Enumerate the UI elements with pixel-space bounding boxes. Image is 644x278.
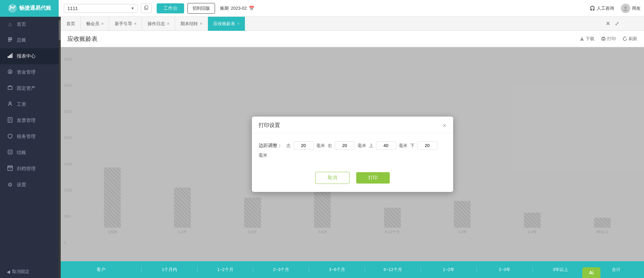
svg-rect-20 [602,39,604,40]
sidebar-item-invoice[interactable]: 发票管理 [0,113,59,129]
tab-ar-aging[interactable]: 应收账龄表 × [208,17,245,31]
tab-log-close[interactable]: × [167,22,169,26]
tab-close-button[interactable]: ✕ [604,19,611,28]
svg-point-1 [9,5,11,7]
svg-rect-11 [12,53,12,58]
headphone-icon: 🎧 [590,6,595,11]
right-unit: 毫米 [358,143,366,149]
svg-point-14 [9,102,11,104]
bottom-unit: 毫米 [259,152,267,158]
svg-rect-3 [145,6,148,9]
tab-maximize-button[interactable]: ⤢ [613,19,621,28]
chevron-down-icon: ▾ [131,6,134,11]
period-value: 2023-02 [231,6,247,11]
sidebar-item-label: 设置 [17,182,26,188]
svg-point-0 [8,4,17,13]
footer-label: 取消固定 [12,269,30,275]
tab-period-end-close[interactable]: × [200,22,202,26]
sidebar-item-label: 税务管理 [17,134,36,140]
cancel-button[interactable]: 取消 [315,172,350,184]
archive-icon [7,165,13,172]
consult-button[interactable]: 🎧 人工咨询 [590,5,614,11]
switch-version-button[interactable]: 切到旧版 [187,3,215,14]
workbench-button[interactable]: 工作台 [157,3,184,13]
tab-log[interactable]: 操作日志 × [142,17,175,31]
left-margin-input[interactable] [293,141,314,150]
right-area: 🎧 人工咨询 用友 [590,4,641,13]
top-unit: 毫米 [399,143,408,149]
modal-overlay: 打印设置 × 边距调整： 左 毫米 右 毫米 上 [61,47,644,261]
table-col-6-12m: 6~12个月 [365,267,421,273]
print-action-button[interactable]: 打印 [601,36,616,42]
page-actions: 下载 打印 刷新 [580,36,637,42]
tab-member[interactable]: 畅会员 × [81,17,109,31]
sidebar-item-reports[interactable]: 报表中心 [0,48,59,64]
tab-period-end[interactable]: 期末结转 × [175,17,208,31]
svg-rect-13 [8,86,12,89]
table-col-customer: 客户 [61,267,142,273]
consult-label: 人工咨询 [597,5,614,11]
period-label: 账期 [220,5,229,11]
sidebar-item-closing[interactable]: 结账 [0,145,59,161]
sidebar-item-assets[interactable]: 固定资产 [0,80,59,96]
tab-home[interactable]: 首页 [61,17,81,31]
sidebar-item-home[interactable]: ⌂ 首页 [0,17,59,32]
bottom-label: 下 [410,143,415,149]
table-col-2-3y: 2~3年 [477,267,533,273]
print-icon [601,37,606,41]
top-margin-input[interactable] [376,141,396,150]
page-header: 应收账龄表 下载 打印 刷新 [61,31,644,47]
top-bar: 畅捷通易代账 1111 ▾ 工作台 切到旧版 账期 2023-02 📅 🎧 人工… [0,0,644,17]
bottom-table-header: 客户 1个月内 1~2个月 2~3个月 3~6个月 6~12个月 1~2年 2~… [61,261,644,278]
company-selector[interactable]: 1111 ▾ [64,4,138,13]
tab-guide[interactable]: 新手引导 × [109,17,142,31]
company-name: 1111 [67,6,129,11]
tab-member-close[interactable]: × [101,22,104,26]
assets-icon [7,85,13,92]
confirm-print-button[interactable]: 打印 [356,172,390,184]
pin-icon: ◀ [7,269,10,274]
sidebar-item-ledger[interactable]: 总账 [0,32,59,48]
calendar-icon[interactable]: 📅 [249,6,254,11]
main-layout: ⌂ 首页 总账 报表中心 资金管理 固定资产 [0,17,644,278]
sidebar-item-label: 发票管理 [17,118,36,124]
bottom-margin-input[interactable] [417,141,437,150]
sidebar-item-archive[interactable]: 归档管理 [0,161,59,177]
chart-container: 2500 2500 2500 2000 1500 1000 500 0 1月内 [61,47,644,261]
table-col-2-3m: 2~3个月 [253,267,309,273]
invoice-icon [7,117,13,124]
dialog-close-button[interactable]: × [443,123,446,129]
refresh-icon [623,37,627,41]
tax-icon [7,133,13,140]
content-area: 首页 畅会员 × 新手引导 × 操作日志 × 期末结转 × 应收账龄表 × [61,17,644,278]
sidebar-item-label: 工资 [17,101,26,108]
sidebar-item-label: 固定资产 [17,85,36,91]
sidebar-item-salary[interactable]: 工资 [0,96,59,113]
page-title: 应收账龄表 [67,35,98,43]
sidebar-item-settings[interactable]: ⚙ 设置 [0,177,59,193]
user-area[interactable]: 用友 [621,4,641,13]
tab-guide-close[interactable]: × [134,22,137,26]
right-label: 右 [328,143,332,149]
copy-button[interactable] [141,3,152,13]
sidebar-footer[interactable]: ◀ 取消固定 [0,265,59,278]
tab-guide-label: 新手引导 [115,21,132,27]
period-area: 账期 2023-02 📅 [220,5,254,11]
sidebar-item-funds[interactable]: 资金管理 [0,64,59,80]
download-button[interactable]: 下载 [580,36,594,42]
table-col-1m: 1个月内 [142,267,198,273]
svg-rect-9 [9,55,10,58]
print-label: 打印 [607,36,616,42]
sidebar-item-tax[interactable]: 税务管理 [0,129,59,145]
sidebar: ⌂ 首页 总账 报表中心 资金管理 固定资产 [0,17,59,278]
ai-badge[interactable]: Ai [582,267,600,278]
sidebar-item-label: 资金管理 [17,69,36,75]
refresh-button[interactable]: 刷新 [623,36,637,42]
svg-rect-5 [8,38,12,39]
ai-badge-label: Ai [589,270,594,275]
closing-icon [7,149,13,156]
right-margin-input[interactable] [335,141,355,150]
tab-ar-aging-close[interactable]: × [237,22,239,26]
svg-rect-18 [8,166,12,167]
download-label: 下载 [586,36,594,42]
